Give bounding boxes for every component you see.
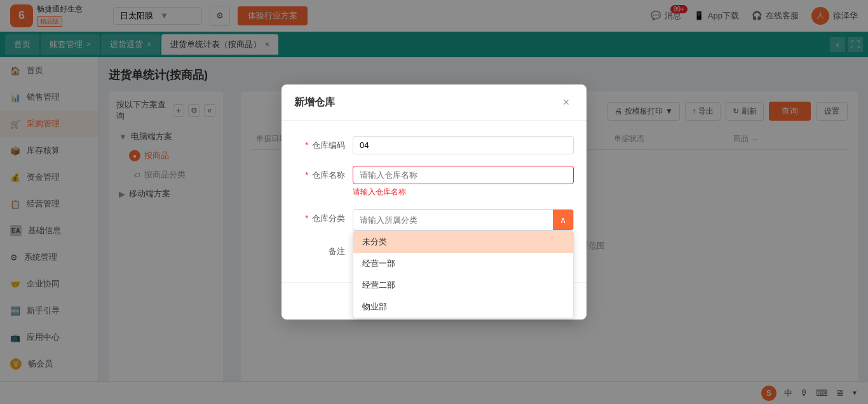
warehouse-category-label: * 仓库分类 xyxy=(294,209,345,224)
warehouse-name-input[interactable] xyxy=(353,166,574,184)
form-row-code: * 仓库编码 xyxy=(294,136,574,154)
dropdown-item-dept2[interactable]: 经营二部 xyxy=(353,274,573,296)
modal-new-warehouse: 新增仓库 × * 仓库编码 * 仓库名称 请输入仓库名称 xyxy=(281,84,587,320)
category-input-row: ∧ xyxy=(353,209,574,231)
modal-overlay[interactable]: 新增仓库 × * 仓库编码 * 仓库名称 请输入仓库名称 xyxy=(0,0,868,404)
required-star-name: * xyxy=(305,170,308,180)
modal-header: 新增仓库 × xyxy=(281,84,587,121)
required-star-category: * xyxy=(305,213,308,223)
remark-label: 备注 xyxy=(294,242,345,257)
category-input[interactable] xyxy=(353,212,553,229)
modal-title: 新增仓库 xyxy=(294,96,335,109)
warehouse-name-wrap: 请输入仓库名称 xyxy=(353,166,574,198)
dropdown-item-uncategorized[interactable]: 未分类 xyxy=(353,231,573,253)
form-row-name: * 仓库名称 请输入仓库名称 xyxy=(294,166,574,198)
warehouse-name-error: 请输入仓库名称 xyxy=(353,187,574,198)
warehouse-name-label: * 仓库名称 xyxy=(294,166,345,181)
required-star-code: * xyxy=(305,140,308,150)
category-dropdown: 未分类 经营一部 经营二部 物业部 xyxy=(353,231,574,318)
dropdown-item-dept1[interactable]: 经营一部 xyxy=(353,253,573,274)
modal-body: * 仓库编码 * 仓库名称 请输入仓库名称 * xyxy=(281,121,587,282)
form-row-category: * 仓库分类 ∧ 未分类 经营一部 经营二部 物业部 xyxy=(294,209,574,231)
dropdown-item-property[interactable]: 物业部 xyxy=(353,296,573,318)
warehouse-code-input[interactable] xyxy=(353,136,574,154)
warehouse-code-label: * 仓库编码 xyxy=(294,136,345,151)
modal-close-button[interactable]: × xyxy=(559,95,574,110)
category-selector: ∧ 未分类 经营一部 经营二部 物业部 xyxy=(353,209,574,231)
category-toggle-button[interactable]: ∧ xyxy=(553,210,573,230)
